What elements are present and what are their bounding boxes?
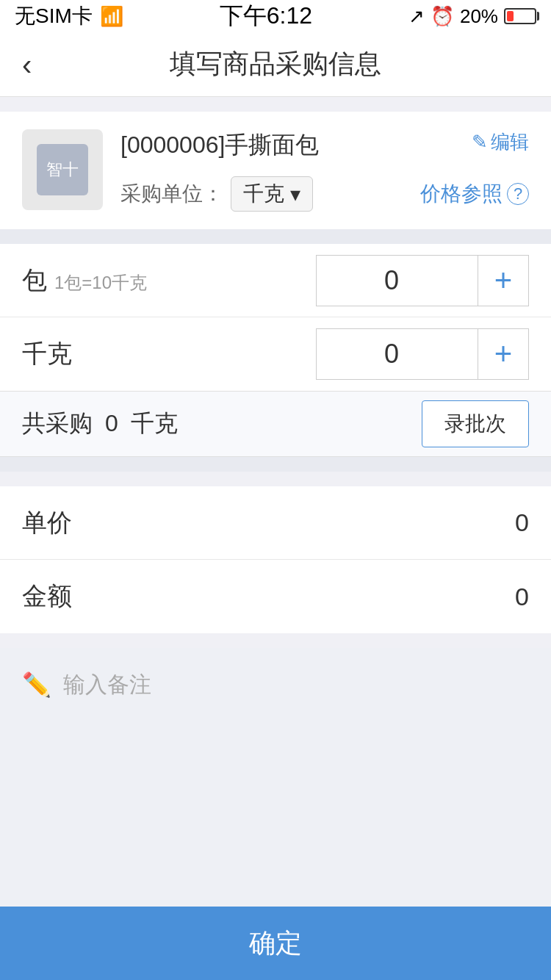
battery-percent: 20% — [460, 5, 498, 28]
total-prefix: 共采购 — [22, 410, 93, 436]
status-left: 无SIM卡 📶 — [15, 2, 123, 30]
battery-icon — [504, 8, 536, 24]
price-ref-label: 价格参照 — [420, 180, 503, 208]
kg-quantity-input[interactable] — [316, 328, 478, 380]
wifi-icon: 📶 — [100, 5, 123, 28]
unit-value: 千克 — [243, 180, 284, 208]
bao-quantity-input[interactable] — [316, 255, 478, 306]
total-section: 共采购 0 千克 录批次 — [0, 391, 551, 457]
nav-bar: ‹ 填写商品采购信息 — [0, 32, 551, 97]
product-full-name: [0000006]手撕面包 — [120, 129, 319, 162]
unit-price-row: 单价 0 — [0, 486, 551, 560]
total-unit: 千克 — [131, 410, 178, 436]
confirm-button[interactable]: 确定 — [0, 907, 551, 980]
section-divider-1 — [0, 229, 551, 244]
status-bar: 无SIM卡 📶 下午6:12 ↗ ⏰ 20% — [0, 0, 551, 32]
product-info: [0000006]手撕面包 ✎ 编辑 采购单位： 千克 ▾ 价格参照 ? — [120, 129, 529, 212]
amount-row: 金额 0 — [0, 560, 551, 633]
bao-quantity-row: 包 1包=10千克 + — [0, 244, 551, 317]
bao-input-group: + — [316, 255, 529, 306]
unit-price-label: 单价 — [22, 506, 72, 540]
product-image: 智十 — [22, 129, 103, 210]
pricing-section: 单价 0 金额 0 — [0, 486, 551, 633]
kg-label: 千克 — [22, 337, 72, 371]
kg-label-group: 千克 — [22, 337, 72, 371]
bao-plus-button[interactable]: + — [478, 255, 529, 306]
total-display: 共采购 0 千克 — [22, 408, 178, 440]
unit-label: 采购单位： — [120, 180, 223, 208]
back-button[interactable]: ‹ — [22, 50, 32, 79]
edit-label: 编辑 — [491, 129, 529, 155]
bao-sublabel: 1包=10千克 — [54, 271, 147, 295]
notes-placeholder: 输入备注 — [63, 670, 151, 700]
batch-record-button[interactable]: 录批次 — [422, 400, 529, 447]
notes-section[interactable]: ✏️ 输入备注 — [0, 648, 551, 721]
location-icon: ↗ — [408, 5, 425, 28]
battery-fill — [507, 11, 514, 21]
price-reference-button[interactable]: 价格参照 ? — [420, 180, 529, 208]
product-card: 智十 [0000006]手撕面包 ✎ 编辑 采购单位： 千克 ▾ 价格参照 ? — [0, 112, 551, 229]
product-logo: 智十 — [37, 144, 88, 195]
amount-label: 金额 — [22, 580, 72, 613]
carrier-text: 无SIM卡 — [15, 2, 93, 30]
kg-input-group: + — [316, 328, 529, 380]
product-unit-row: 采购单位： 千克 ▾ 价格参照 ? — [120, 176, 529, 212]
dropdown-arrow-icon: ▾ — [290, 182, 300, 206]
time-display: 下午6:12 — [220, 0, 312, 32]
unit-select-dropdown[interactable]: 千克 ▾ — [231, 176, 313, 212]
section-divider-2 — [0, 457, 551, 472]
kg-plus-button[interactable]: + — [478, 328, 529, 380]
quantity-form-section: 包 1包=10千克 + 千克 + — [0, 244, 551, 391]
kg-quantity-row: 千克 + — [0, 317, 551, 391]
page-title: 填写商品采购信息 — [170, 46, 381, 82]
product-name-row: [0000006]手撕面包 ✎ 编辑 — [120, 129, 529, 162]
status-right: ↗ ⏰ 20% — [408, 5, 536, 28]
amount-value: 0 — [515, 583, 529, 611]
edit-icon: ✎ — [472, 131, 488, 154]
pencil-icon: ✏️ — [22, 671, 51, 699]
total-value: 0 — [105, 410, 118, 436]
unit-price-value: 0 — [515, 508, 529, 537]
alarm-icon: ⏰ — [431, 5, 454, 28]
bao-label: 包 — [22, 264, 47, 298]
bao-label-group: 包 1包=10千克 — [22, 264, 147, 298]
edit-button[interactable]: ✎ 编辑 — [472, 129, 529, 155]
price-ref-help-icon: ? — [507, 183, 529, 205]
